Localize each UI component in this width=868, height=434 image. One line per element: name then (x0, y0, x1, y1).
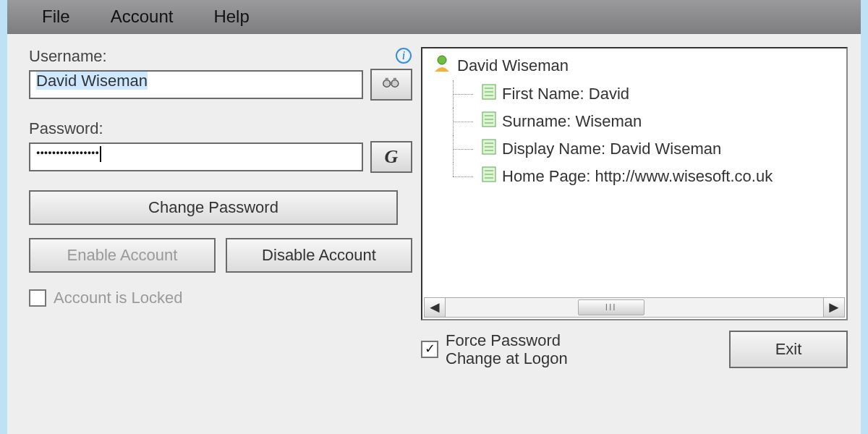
scroll-right-arrow-icon[interactable]: ► (823, 298, 844, 317)
app-window: File Account Help Username: i David Wise… (0, 0, 868, 434)
tree-item[interactable]: Display Name: David Wiseman (453, 135, 839, 163)
info-icon[interactable]: i (395, 47, 412, 69)
right-panel: David Wiseman First Name: David (421, 47, 848, 368)
tree-item[interactable]: Surname: Wiseman (453, 108, 839, 135)
account-locked-checkbox[interactable] (29, 289, 46, 307)
property-icon (482, 84, 496, 104)
password-label: Password: (29, 119, 412, 138)
property-icon (482, 166, 496, 187)
password-mask: ●●●●●●●●●●●●●●●● (36, 149, 99, 156)
account-locked-label: Account is Locked (54, 289, 183, 307)
username-input[interactable]: David Wiseman (29, 70, 363, 99)
horizontal-scrollbar[interactable]: ◄ III ► (424, 297, 845, 318)
scroll-track[interactable]: III (446, 298, 823, 317)
bottom-right-row: Force Password Change at Logon Exit (421, 331, 848, 368)
svg-point-3 (391, 80, 399, 88)
password-input[interactable]: ●●●●●●●●●●●●●●●● (29, 142, 363, 171)
property-icon (482, 139, 496, 159)
generate-password-button[interactable]: G (370, 141, 412, 173)
lookup-button[interactable] (370, 69, 412, 101)
text-caret (100, 146, 101, 162)
tree-item-label: First Name: David (502, 85, 629, 103)
username-label: Username: (29, 47, 107, 66)
svg-point-2 (383, 80, 391, 88)
tree-root[interactable]: David Wiseman (433, 54, 839, 77)
tree-item[interactable]: Home Page: http://www.wisesoft.co.uk (453, 163, 839, 190)
menu-file[interactable]: File (22, 2, 90, 31)
svg-rect-4 (389, 82, 392, 84)
disable-account-button[interactable]: Disable Account (226, 238, 412, 273)
account-locked-row: Account is Locked (29, 289, 412, 307)
tree-item-label: Home Page: http://www.wisesoft.co.uk (502, 167, 773, 186)
exit-button[interactable]: Exit (729, 331, 848, 368)
left-panel: Username: i David Wiseman (29, 47, 412, 368)
svg-text:i: i (402, 49, 405, 61)
tree-item-label: Surname: Wiseman (502, 112, 642, 131)
binoculars-icon (381, 75, 401, 94)
force-password-label: Force Password Change at Logon (446, 331, 568, 368)
scroll-thumb[interactable]: III (578, 299, 644, 315)
tree-root-label: David Wiseman (457, 56, 569, 75)
change-password-button[interactable]: Change Password (29, 190, 398, 225)
tree-children: First Name: David Surname: Wiseman (453, 80, 839, 190)
enable-account-button[interactable]: Enable Account (29, 238, 216, 273)
force-password-row: Force Password Change at Logon (421, 331, 568, 368)
svg-rect-5 (386, 78, 388, 81)
svg-rect-6 (393, 78, 396, 81)
scroll-left-arrow-icon[interactable]: ◄ (425, 298, 446, 317)
content-area: Username: i David Wiseman (7, 34, 861, 368)
tree-item-label: Display Name: David Wiseman (502, 140, 721, 158)
force-password-checkbox[interactable] (421, 341, 438, 358)
user-tree-panel[interactable]: David Wiseman First Name: David (421, 47, 848, 320)
username-value: David Wiseman (36, 72, 148, 90)
menubar: File Account Help (7, 0, 861, 34)
menu-account[interactable]: Account (90, 2, 194, 31)
property-icon (482, 111, 496, 132)
user-icon (433, 54, 451, 77)
tree-item[interactable]: First Name: David (453, 80, 839, 108)
menu-help[interactable]: Help (193, 2, 269, 31)
